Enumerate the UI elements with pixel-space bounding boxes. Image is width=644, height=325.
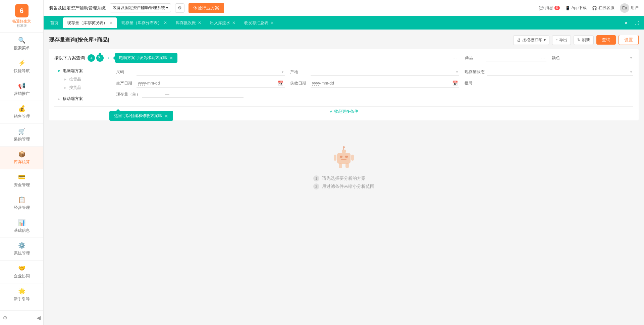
sidebar-item-cooperation[interactable]: 🤝 企业协同: [0, 261, 43, 283]
svg-rect-0: [337, 153, 351, 164]
color-input-wrapper: ▾: [573, 55, 633, 61]
sidebar-item-system[interactable]: ⚙️ 系统管理: [0, 238, 43, 261]
sidebar-item-sales[interactable]: 💰 销售管理: [0, 101, 43, 124]
dot-indicator: [99, 53, 101, 56]
add-scheme-button[interactable]: +: [88, 54, 95, 62]
tooltip-green-close[interactable]: ✕: [169, 55, 173, 61]
size-arrow-icon: ▾: [282, 70, 283, 74]
logo-icon: 6: [15, 4, 29, 17]
refresh-button[interactable]: ↻ 刷新: [574, 35, 594, 45]
tab-bar-right: ✕ ⛶: [621, 18, 641, 28]
scheme-desktop[interactable]: ▼ 电脑端方案: [54, 67, 108, 75]
calendar-icon-2[interactable]: 📅: [452, 80, 458, 86]
tooltip-green: 电脑方案可设为移动方案哦 ✕: [115, 53, 177, 63]
sidebar-nav: 🔍 搜索菜单 ⚡ 快捷导航 📢 营销推广 💰 销售管理 🛒 采购管理 📦 库存核…: [0, 33, 43, 310]
tab-close-icon[interactable]: ✕: [198, 20, 201, 25]
sidebar-item-label: 新手引导: [14, 296, 30, 302]
sales-icon: 💰: [18, 105, 25, 112]
avatar: Ea: [620, 3, 629, 13]
header-right: 💬 消息 6 📱 App下载 🎧 在线客服 Ea 用户: [539, 3, 639, 13]
tab-close-icon[interactable]: ✕: [270, 20, 274, 25]
sidebar-item-inventory[interactable]: 📦 库存核算: [0, 147, 43, 169]
origin-input[interactable]: [312, 69, 456, 74]
collapse-sidebar-icon[interactable]: ◀: [37, 315, 41, 321]
sidebar-item-finance[interactable]: 💳 资金管理: [0, 169, 43, 192]
exp-date-input-wrapper: 📅: [311, 79, 459, 88]
tab-close-icon[interactable]: ✕: [109, 20, 113, 25]
print-icon: 🖨: [517, 38, 521, 42]
tab-close-icon[interactable]: ✕: [164, 20, 167, 25]
app-download-action[interactable]: 📱 App下载: [565, 5, 587, 11]
sidebar-item-label: 营销推广: [14, 91, 30, 97]
user-action[interactable]: Ea 用户: [620, 3, 639, 13]
sidebar-item-quick[interactable]: ⚡ 快捷导航: [0, 55, 43, 78]
goods-input-wrapper: ···: [486, 54, 546, 61]
tab-receipt-summary[interactable]: 收发存汇总表 ✕: [240, 17, 278, 28]
search-label: 按以下方案查询: [54, 55, 85, 61]
online-support-action[interactable]: 🎧 在线客服: [592, 5, 614, 11]
goods-input[interactable]: [487, 55, 541, 60]
tooltip-teal-close[interactable]: ✕: [164, 113, 168, 119]
system-selector[interactable]: 装备及固定资产辅助管理系统 ▾: [110, 3, 171, 12]
scheme-arrow: ►: [64, 77, 67, 81]
sidebar-item-operations[interactable]: 📋 经营管理: [0, 192, 43, 215]
maximize-button[interactable]: ⛶: [632, 18, 641, 28]
scheme-mobile-triangle: ►: [57, 97, 61, 101]
guide-icon: 🌟: [18, 287, 25, 295]
tab-inventory-status[interactable]: 现存量（库存状况表） ✕: [63, 17, 117, 28]
print-template-button[interactable]: 🖨 按模板打印 ▾: [513, 35, 549, 45]
settings-icon[interactable]: ⚙: [3, 315, 7, 321]
refresh-scheme-button[interactable]: ↻: [96, 54, 104, 62]
scheme-child-1[interactable]: ► 按货品: [61, 75, 108, 84]
mfg-date-input[interactable]: [138, 81, 278, 86]
tab-in-out-flow[interactable]: 出入库流水 ✕: [206, 17, 239, 28]
sidebar-item-label: 企业协同: [14, 273, 30, 279]
finance-icon: 💳: [18, 173, 25, 181]
experience-button[interactable]: 体验行业方案: [189, 3, 224, 13]
exp-date-input[interactable]: [312, 81, 452, 86]
stock-status-input[interactable]: [488, 69, 630, 74]
stock-qty-min-input[interactable]: [144, 92, 164, 97]
tab-inventory-status-label: 现存量（库存状况表）: [67, 20, 107, 26]
mfg-date-label: 生产日期: [116, 80, 135, 86]
stock-qty-max-input[interactable]: [171, 92, 191, 97]
messages-action[interactable]: 💬 消息 6: [539, 5, 560, 11]
system-title: 装备及固定资产辅助管理系统: [49, 5, 106, 11]
settings-button[interactable]: ⚙: [175, 3, 184, 13]
sidebar-item-marketing[interactable]: 📢 营销推广: [0, 78, 43, 101]
headset-icon: 🎧: [592, 6, 597, 10]
query-button[interactable]: 查询: [596, 35, 616, 45]
origin-input-wrapper: ▾: [311, 68, 459, 76]
stock-qty-label: 现存量（主）: [116, 92, 140, 97]
close-tab-button[interactable]: ✕: [621, 18, 631, 28]
brand-name: 畅通好生意: [12, 19, 31, 23]
sidebar-item-purchase[interactable]: 🛒 采购管理: [0, 124, 43, 147]
sidebar-item-label: 资金管理: [14, 182, 30, 188]
tab-inventory-dist[interactable]: 现存量（库存分布表） ✕: [117, 17, 171, 28]
sidebar-item-guide[interactable]: 🌟 新手引导: [0, 283, 43, 306]
color-arrow-icon[interactable]: ▾: [630, 56, 632, 60]
color-label: 颜色: [552, 55, 570, 61]
more-options-icon[interactable]: ···: [452, 55, 457, 61]
scheme-child-2[interactable]: ► 按货品: [61, 84, 108, 92]
sidebar-item-search[interactable]: 🔍 搜索菜单: [0, 33, 43, 55]
reset-button[interactable]: 设置: [619, 35, 639, 45]
sidebar-bottom: ⚙ ◀: [0, 310, 43, 325]
header-left: 装备及固定资产辅助管理系统 装备及固定资产辅助管理系统 ▾ ⚙ 体验行业方案: [49, 3, 224, 13]
mfg-date-input-wrapper: 📅: [137, 79, 285, 88]
filter-fields: 尺码 ▾ 产地 ▾: [116, 67, 633, 103]
scheme-mobile[interactable]: ► 移动端方案: [54, 95, 108, 103]
tab-home[interactable]: 首页: [46, 17, 62, 28]
calendar-icon[interactable]: 📅: [278, 80, 283, 86]
batch-input[interactable]: [485, 79, 633, 87]
tab-inventory-dist-label: 现存量（库存分布表）: [121, 20, 162, 26]
color-input[interactable]: [574, 55, 630, 60]
tab-close-icon[interactable]: ✕: [232, 20, 235, 25]
export-button[interactable]: ↑ 导出: [552, 35, 571, 45]
tab-batch-ledger[interactable]: 库存批次账 ✕: [172, 17, 205, 28]
size-input[interactable]: [138, 69, 282, 74]
goods-more-icon[interactable]: ···: [541, 55, 545, 60]
refresh-icon: ↻: [577, 38, 581, 42]
batch-field: 批号: [465, 79, 633, 88]
sidebar-item-basic[interactable]: 📊 基础信息: [0, 215, 43, 238]
